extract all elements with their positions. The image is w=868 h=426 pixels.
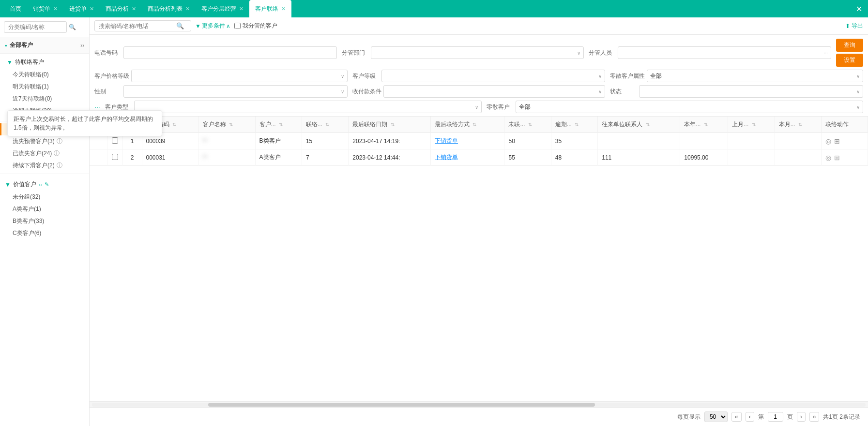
td-unlabeled-0: 50 [504,133,551,149]
department-select[interactable]: ∨ [371,46,584,59]
sidebar-item-ungrouped[interactable]: 未分组(32) [0,191,89,203]
filter-search-icon[interactable]: 🔍 [176,22,184,29]
edit-value-group-icon[interactable]: ○ [39,182,42,188]
info-icon-1[interactable]: ⓘ [57,137,62,146]
row-checkbox-1[interactable] [112,154,118,160]
sort-overdue-icon: ⇅ [575,122,579,127]
last-method-link-1[interactable]: 下销货单 [435,154,458,161]
td-type-0: B类客户 [255,133,302,149]
th-last-contact-method[interactable]: 最后联络方式 ⇅ [431,117,504,133]
td-last-method-1[interactable]: 下销货单 [431,149,504,166]
more-conditions-btn[interactable]: ▼ 更多条件 ∧ [195,22,230,30]
table-area[interactable]: ⚙ # 客户编码 ⇅ 客户名称 ⇅ [90,117,868,401]
manager-select[interactable]: ··· [618,46,831,59]
sidebar-collapse-right-icon[interactable]: ›› [80,42,84,49]
close-customer-tier-icon[interactable]: ✕ [239,6,244,12]
nav-purchase-order[interactable]: 进货单 ✕ [63,0,100,17]
group-expand-icon: ▼ [7,59,13,66]
sidebar-item-class-c[interactable]: C类客户(6) [0,227,89,239]
more-icon-0[interactable]: ⊞ [834,137,840,145]
page-input[interactable] [768,412,783,422]
th-customer-type[interactable]: 客户... ⇅ [255,117,302,133]
filter-search-input[interactable] [99,23,176,29]
nav-product-analysis[interactable]: 商品分析 ✕ [100,0,142,17]
sidebar-item-today[interactable]: 今天待联络(0) [0,69,89,81]
th-this-month[interactable]: 本月... ⇅ [775,117,821,133]
sort-name-icon: ⇅ [229,122,233,127]
close-purchase-order-icon[interactable]: ✕ [90,6,94,12]
customer-level-select[interactable]: ∨ [381,70,606,82]
my-customers-checkbox[interactable] [234,23,241,29]
gender-select[interactable]: ∨ [123,85,348,98]
horizontal-scrollbar[interactable] [90,401,868,407]
close-product-analysis-icon[interactable]: ✕ [132,6,136,12]
nav-product-analysis-list[interactable]: 商品分析列表 ✕ [142,0,196,17]
nav-customer-tier[interactable]: 客户分层经营 ✕ [196,0,249,17]
sidebar-item-tomorrow[interactable]: 明天待联络(1) [0,81,89,93]
th-overdue[interactable]: 逾期... ⇅ [551,117,597,133]
sort-unit-contacts-icon: ⇅ [646,122,650,127]
close-sales-order-icon[interactable]: ✕ [53,6,58,12]
per-page-select[interactable]: 50 [704,411,728,422]
filter-icon: ▼ [195,23,201,29]
last-page-btn[interactable]: » [809,412,820,422]
price-level-select[interactable]: ∨ [131,70,348,82]
value-customers-group-header[interactable]: ▼ 价值客户 ○ ✎ [0,178,89,191]
status-select[interactable]: ∨ [639,85,863,98]
sidebar-item-class-b[interactable]: B类客户(33) [0,215,89,227]
more-icon-1[interactable]: ⊞ [834,154,840,162]
row-checkbox-0[interactable] [112,137,118,144]
horizontal-scroll-thumb[interactable] [208,403,595,407]
filter-search-box: 🔍 [94,20,191,31]
pending-contact-group-header[interactable]: ▼ 待联络客户 [0,56,89,69]
zero-attr-select[interactable]: 全部∨ [647,70,863,82]
last-method-link-0[interactable]: 下销货单 [435,137,458,144]
sidebar-search-input[interactable] [4,21,67,33]
filter-bar: 🔍 ▼ 更多条件 ∧ 我分管的客户 ⬆ 导出 [90,17,868,35]
prev-page-btn[interactable]: ‹ [746,412,754,422]
add-value-group-icon[interactable]: ✎ [45,181,49,188]
td-check-1[interactable] [107,149,122,166]
zero-attr-label: 零散客户属性 [610,72,645,80]
more-filters-ellipsis[interactable]: ··· [94,103,100,111]
info-icon-3[interactable]: ⓘ [57,162,62,170]
nav-sales-order[interactable]: 销货单 ✕ [27,0,63,17]
nav-customer-contact[interactable]: 客户联络 ✕ [249,0,291,17]
sort-method-icon: ⇅ [472,122,476,127]
sidebar-search-icon[interactable]: 🔍 [69,24,76,30]
export-btn[interactable]: ⬆ 导出 [845,22,863,30]
info-icon-2[interactable]: ⓘ [54,149,60,158]
sidebar-item-churn-warning[interactable]: 流失预警客户(3) ⓘ [0,135,89,147]
close-all-tabs-icon[interactable]: ✕ [856,4,862,14]
manager-label: 分管人员 [589,49,616,57]
close-customer-contact-icon[interactable]: ✕ [281,6,286,12]
sidebar-item-7days[interactable]: 近7天待联络(0) [0,93,89,105]
pay-chevron-icon: ∨ [598,89,602,94]
payment-select[interactable]: ∨ [383,85,606,98]
th-last-contact-date[interactable]: 最后联络日期 ⇅ [349,117,431,133]
customer-type-select[interactable]: ∨ [134,101,482,113]
contact-icon-1[interactable]: ◎ [825,154,831,162]
nav-home[interactable]: 首页 [4,0,27,17]
th-this-year[interactable]: 本年... ⇅ [680,117,728,133]
contact-icon-0[interactable]: ◎ [825,137,831,145]
close-product-analysis-list-icon[interactable]: ✕ [185,6,190,12]
all-customers-header[interactable]: ▪ 全部客户 ›› [0,37,89,54]
phone-input[interactable] [123,46,337,59]
td-last-method-0[interactable]: 下销货单 [431,133,504,149]
th-contact-count[interactable]: 联络... ⇅ [302,117,348,133]
th-unit-contacts[interactable]: 往来单位联系人 ⇅ [598,117,680,133]
settings-button[interactable]: 设置 [836,54,863,67]
data-table: ⚙ # 客户编码 ⇅ 客户名称 ⇅ [90,117,868,166]
next-page-btn[interactable]: › [797,412,806,422]
sidebar-item-class-a[interactable]: A类客户(1) [0,203,89,215]
table-row: 1 000039 ** B类客户 15 2023-04-17 14:19: 下销… [90,133,868,149]
th-unlabeled[interactable]: 未联... ⇅ [504,117,551,133]
first-page-btn[interactable]: « [731,412,742,422]
query-button[interactable]: 查询 [836,39,863,52]
sidebar-item-declining[interactable]: 持续下滑客户(2) ⓘ [0,160,89,172]
sidebar-item-churned[interactable]: 已流失客户(24) ⓘ [0,147,89,160]
zero-customer-select[interactable]: 全部∨ [516,101,863,113]
th-last-month[interactable]: 上月... ⇅ [728,117,775,133]
th-customer-name[interactable]: 客户名称 ⇅ [198,117,255,133]
